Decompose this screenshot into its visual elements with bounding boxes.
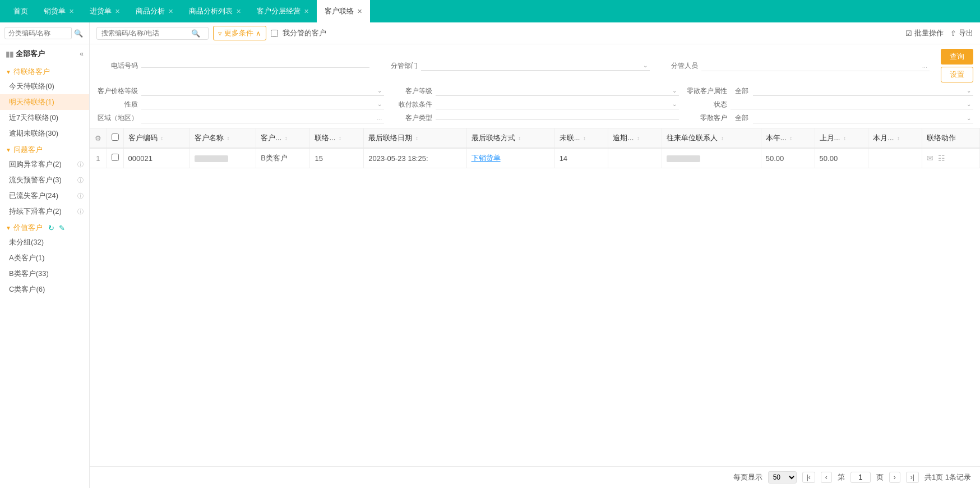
- sidebar-search-input[interactable]: [4, 27, 72, 39]
- sidebar-item-churn-warning[interactable]: 流失预警客户(3) ⓘ: [0, 172, 89, 188]
- status-select[interactable]: ⌄: [731, 99, 973, 109]
- last-page-button[interactable]: ›|: [906, 472, 919, 483]
- sidebar-item-a-class[interactable]: A类客户(1): [0, 250, 89, 266]
- toolbar-search-box: 🔍: [96, 27, 209, 40]
- sort-unit-contacts-icon[interactable]: ↕: [721, 135, 724, 141]
- sort-this-year-icon[interactable]: ↕: [789, 135, 792, 141]
- retail-customer-value: 全部: [731, 113, 753, 123]
- sort-name-icon[interactable]: ↕: [227, 135, 230, 141]
- retail-customer-arrow-icon: ⌄: [967, 115, 971, 121]
- prev-page-button[interactable]: ‹: [821, 472, 832, 483]
- export-button[interactable]: ⇧ 导出: [950, 28, 973, 38]
- sidebar-item-repurchase-abnormal[interactable]: 回购异常客户(2) ⓘ: [0, 156, 89, 172]
- th-settings[interactable]: ⚙: [90, 128, 107, 148]
- sidebar-item-ungrouped[interactable]: 未分组(32): [0, 234, 89, 250]
- sort-type-icon[interactable]: ↕: [285, 135, 288, 141]
- sort-overdue-icon[interactable]: ↕: [637, 135, 640, 141]
- row-overdue: [608, 148, 662, 168]
- per-page-select[interactable]: 50 10 20 100: [768, 471, 797, 484]
- th-unit-contacts: 往来单位联系人 ↕: [662, 128, 761, 148]
- more-action-icon[interactable]: ☷: [938, 154, 945, 163]
- batch-ops-button[interactable]: ☑ 批量操作: [905, 28, 944, 38]
- select-all-checkbox[interactable]: [112, 133, 119, 141]
- contact-action-icon[interactable]: ✉: [927, 154, 933, 163]
- nav-purchase-order[interactable]: 进货单 ✕: [82, 0, 128, 22]
- toolbar-search-input[interactable]: [101, 29, 191, 37]
- sidebar-item-c-class[interactable]: C类客户(6): [0, 282, 89, 297]
- nav-product-analysis-list[interactable]: 商品分析列表 ✕: [181, 0, 249, 22]
- next-page-button[interactable]: ›: [889, 472, 900, 483]
- row-last-contact-method: 下销货单: [466, 148, 554, 168]
- customer-level-select[interactable]: ⌄: [436, 86, 678, 96]
- help-icon-2[interactable]: ⓘ: [77, 192, 84, 200]
- settings-button[interactable]: 设置: [941, 67, 973, 82]
- dept-select[interactable]: ⌄: [421, 61, 649, 71]
- customer-level-arrow-icon: ⌄: [672, 88, 677, 94]
- sidebar-item-churned[interactable]: 已流失客户(24) ⓘ: [0, 188, 89, 204]
- toolbar-search-icon[interactable]: 🔍: [191, 29, 200, 38]
- sidebar-item-tomorrow-pending[interactable]: 明天待联络(1): [0, 94, 89, 110]
- payment-select[interactable]: ⌄: [436, 99, 678, 109]
- row-checkbox-cell[interactable]: [107, 148, 123, 168]
- customer-type-input[interactable]: [436, 116, 678, 120]
- page-input[interactable]: [850, 472, 871, 483]
- th-this-month: 本月... ↕: [868, 128, 922, 148]
- first-page-button[interactable]: |‹: [802, 472, 815, 483]
- my-customers-checkbox[interactable]: 我分管的客户: [271, 28, 326, 38]
- settings-gear-icon[interactable]: ⚙: [95, 134, 101, 142]
- sidebar-all-customers[interactable]: ▮▮ 全部客户 «: [0, 44, 89, 63]
- sort-last-month-icon[interactable]: ↕: [843, 135, 846, 141]
- sidebar-group-value: 价值客户 ↻ ✎: [0, 219, 89, 234]
- close-purchase-order-icon[interactable]: ✕: [115, 8, 120, 15]
- sort-not-contacted-icon[interactable]: ↕: [583, 135, 586, 141]
- price-level-select[interactable]: ⌄: [141, 86, 384, 96]
- close-product-analysis-icon[interactable]: ✕: [168, 8, 173, 15]
- refresh-value-icon[interactable]: ↻: [48, 224, 54, 232]
- th-checkbox[interactable]: [107, 128, 123, 148]
- toolbar: 🔍 ▿ 更多条件 ∧ 我分管的客户 ☑ 批量操作 ⇧ 导出: [90, 22, 980, 44]
- person-input[interactable]: ...: [701, 61, 930, 71]
- help-icon-3[interactable]: ⓘ: [77, 208, 84, 216]
- retail-customer-select[interactable]: ⌄: [753, 113, 973, 123]
- sort-contacts-icon[interactable]: ↕: [339, 135, 341, 141]
- my-customers-check[interactable]: [271, 30, 278, 37]
- nav-product-analysis[interactable]: 商品分析 ✕: [128, 0, 181, 22]
- th-last-month: 上月... ↕: [815, 128, 868, 148]
- more-filter-button[interactable]: ▿ 更多条件 ∧: [213, 26, 266, 40]
- sidebar-item-overdue-pending[interactable]: 逾期未联络(30): [0, 126, 89, 141]
- sidebar-item-today-pending[interactable]: 今天待联络(0): [0, 79, 89, 94]
- query-button[interactable]: 查询: [941, 49, 973, 65]
- person-label: 分管人员: [657, 61, 701, 71]
- last-contact-method-link[interactable]: 下销货单: [471, 154, 501, 162]
- region-input[interactable]: ...: [141, 113, 384, 123]
- nav-sales-order[interactable]: 销货单 ✕: [36, 0, 82, 22]
- sort-code-icon[interactable]: ↕: [160, 135, 163, 141]
- sidebar-item-declining[interactable]: 持续下滑客户(2) ⓘ: [0, 204, 89, 219]
- sidebar-item-7days-pending[interactable]: 近7天待联络(0): [0, 110, 89, 126]
- sidebar-search-icon[interactable]: 🔍: [74, 29, 83, 38]
- nav-customer-contact[interactable]: 客户联络 ✕: [317, 0, 370, 22]
- collapse-sidebar-icon[interactable]: «: [80, 50, 84, 58]
- retail-attr-select[interactable]: ⌄: [753, 86, 973, 96]
- sort-this-month-icon[interactable]: ↕: [897, 135, 900, 141]
- filter-phone: 电话号码: [96, 61, 369, 71]
- nav-home[interactable]: 首页: [6, 0, 36, 22]
- help-icon-0[interactable]: ⓘ: [77, 160, 84, 169]
- close-customer-segmentation-icon[interactable]: ✕: [304, 8, 309, 15]
- row-checkbox[interactable]: [112, 154, 119, 161]
- sort-last-date-icon[interactable]: ↕: [415, 135, 418, 141]
- help-icon-1[interactable]: ⓘ: [77, 176, 84, 185]
- sort-last-method-icon[interactable]: ↕: [518, 135, 521, 141]
- edit-value-icon[interactable]: ✎: [59, 224, 65, 232]
- sidebar-item-b-class[interactable]: B类客户(33): [0, 266, 89, 282]
- filter-customer-type: 客户类型: [391, 113, 678, 123]
- price-level-label: 客户价格等级: [96, 86, 141, 96]
- nav-customer-segmentation[interactable]: 客户分层经营 ✕: [249, 0, 317, 22]
- close-customer-contact-icon[interactable]: ✕: [357, 8, 362, 15]
- close-sales-order-icon[interactable]: ✕: [69, 8, 74, 15]
- phone-input[interactable]: [141, 64, 369, 68]
- table-header-row: ⚙ 客户编码 ↕ 客户名称 ↕: [90, 128, 980, 148]
- total-records-label: 共1页 1条记录: [924, 472, 971, 482]
- close-product-analysis-list-icon[interactable]: ✕: [236, 8, 241, 15]
- nature-select[interactable]: ⌄: [141, 99, 384, 109]
